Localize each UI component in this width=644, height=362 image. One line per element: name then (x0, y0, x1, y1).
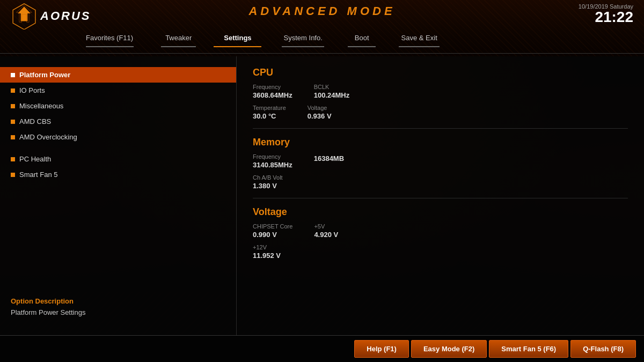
voltage-plus5v: +5V 4.920 V (314, 223, 338, 239)
voltage-plus12v-value: 11.952 V (253, 252, 281, 260)
memory-ch-volt: Ch A/B Volt 1.380 V (253, 174, 283, 190)
voltage-chipset-value: 0.990 V (253, 231, 292, 239)
memory-row-2: Ch A/B Volt 1.380 V (253, 174, 628, 190)
q-flash-button[interactable]: Q-Flash (F8) (570, 340, 636, 358)
cpu-row-1: Frequency 3608.64MHz BCLK 100.24MHz (253, 84, 628, 99)
option-desc-title: Option Description (11, 297, 225, 305)
voltage-section-title: Voltage (253, 206, 628, 218)
nav-bar: Favorites (F11) Tweaker Settings System … (0, 23, 644, 54)
voltage-plus5v-label: +5V (314, 223, 338, 230)
cpu-temperature-value: 30.0 °C (253, 112, 286, 120)
tab-favorites[interactable]: Favorites (F11) (70, 29, 149, 46)
sidebar-item-amd-cbs[interactable]: AMD CBS (0, 114, 236, 129)
cpu-section: CPU Frequency 3608.64MHz BCLK 100.24MHz … (253, 67, 628, 120)
memory-ch-volt-label: Ch A/B Volt (253, 174, 283, 181)
memory-frequency: Frequency 3140.85MHz (253, 153, 292, 169)
voltage-section: Voltage CHIPSET Core 0.990 V +5V 4.920 V… (253, 206, 628, 260)
page-title: ADVANCED MODE (248, 4, 395, 18)
cpu-frequency-value: 3608.64MHz (253, 91, 292, 99)
cpu-row-2: Temperature 30.0 °C Voltage 0.936 V (253, 105, 628, 120)
memory-section-title: Memory (253, 137, 628, 148)
bullet-icon (11, 120, 15, 124)
easy-mode-button[interactable]: Easy Mode (F2) (411, 340, 487, 358)
sidebar: Platform Power IO Ports Miscellaneous AM… (0, 56, 236, 335)
bullet-icon (11, 104, 15, 108)
cpu-temperature: Temperature 30.0 °C (253, 105, 286, 120)
footer: Help (F1) Easy Mode (F2) Smart Fan 5 (F6… (0, 335, 644, 362)
bullet-icon (11, 88, 15, 93)
bullet-icon (11, 173, 15, 177)
cpu-voltage-label: Voltage (308, 105, 332, 111)
sidebar-item-io-ports[interactable]: IO Ports (0, 83, 236, 98)
sidebar-item-miscellaneous[interactable]: Miscellaneous (0, 98, 236, 114)
tab-save-exit[interactable]: Save & Exit (385, 29, 453, 46)
tab-system-info[interactable]: System Info. (268, 29, 339, 46)
bullet-icon (11, 73, 15, 77)
cpu-frequency-label: Frequency (253, 84, 292, 90)
datetime: 10/19/2019 Saturday 21:22 (579, 3, 633, 25)
cpu-temperature-label: Temperature (253, 105, 286, 111)
voltage-plus5v-value: 4.920 V (314, 231, 338, 239)
sidebar-item-platform-power[interactable]: Platform Power (0, 67, 236, 83)
memory-frequency-value: 3140.85MHz (253, 161, 292, 169)
option-description: Option Description Platform Power Settin… (0, 289, 236, 324)
memory-size: 16384MB (314, 153, 344, 169)
voltage-plus12v: +12V 11.952 V (253, 244, 281, 260)
voltage-chipset-label: CHIPSET Core (253, 223, 292, 230)
tab-boot[interactable]: Boot (339, 29, 385, 46)
memory-section: Memory Frequency 3140.85MHz 16384MB Ch A… (253, 137, 628, 190)
cpu-bclk-value: 100.24MHz (314, 91, 349, 99)
memory-frequency-label: Frequency (253, 153, 292, 160)
logo-text: AORUS (40, 9, 91, 23)
sidebar-item-smart-fan5[interactable]: Smart Fan 5 (0, 167, 236, 182)
sidebar-item-pc-health[interactable]: PC Health (0, 151, 236, 167)
bullet-icon (11, 135, 15, 139)
help-button[interactable]: Help (F1) (354, 340, 409, 358)
voltage-row-1: CHIPSET Core 0.990 V +5V 4.920 V (253, 223, 628, 239)
sidebar-item-amd-overclocking[interactable]: AMD Overclocking (0, 129, 236, 145)
divider-2 (253, 198, 628, 198)
option-desc-text: Platform Power Settings (11, 308, 225, 316)
svg-marker-1 (18, 6, 31, 21)
voltage-chipset: CHIPSET Core 0.990 V (253, 223, 292, 239)
cpu-bclk-label: BCLK (314, 84, 349, 90)
voltage-row-2: +12V 11.952 V (253, 244, 628, 260)
system-info-panel: CPU Frequency 3608.64MHz BCLK 100.24MHz … (236, 56, 644, 335)
cpu-bclk: BCLK 100.24MHz (314, 84, 349, 99)
cpu-voltage: Voltage 0.936 V (308, 105, 332, 120)
smart-fan5-button[interactable]: Smart Fan 5 (F6) (489, 340, 568, 358)
bullet-icon (11, 157, 15, 161)
tab-tweaker[interactable]: Tweaker (149, 29, 208, 46)
memory-row-1: Frequency 3140.85MHz 16384MB (253, 153, 628, 169)
cpu-section-title: CPU (253, 67, 628, 78)
memory-size-value: 16384MB (314, 154, 344, 162)
memory-ch-volt-value: 1.380 V (253, 182, 283, 190)
cpu-frequency: Frequency 3608.64MHz (253, 84, 292, 99)
cpu-voltage-value: 0.936 V (308, 112, 332, 120)
tab-settings[interactable]: Settings (208, 29, 267, 46)
voltage-plus12v-label: +12V (253, 244, 281, 250)
divider-1 (253, 128, 628, 129)
